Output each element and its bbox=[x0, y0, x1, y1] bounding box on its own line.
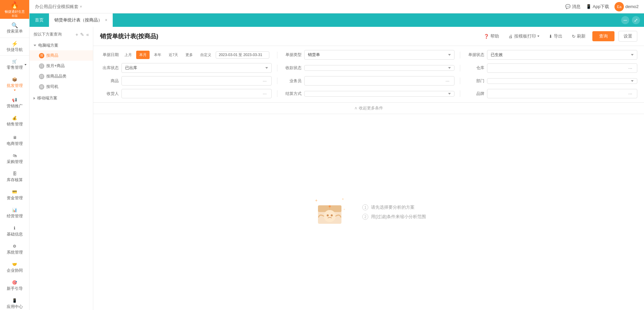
query-button[interactable]: 查询 bbox=[592, 31, 614, 41]
sidebar-item-retail[interactable]: 🛒 零售管理 bbox=[0, 56, 29, 74]
sidebar-item-basic-label: 基础信息 bbox=[7, 231, 23, 237]
user-name: demo2 bbox=[625, 4, 639, 9]
tree-item-goods-category[interactable]: 归 按商品品类 bbox=[30, 71, 93, 82]
receiver-dots[interactable]: ··· bbox=[261, 91, 268, 96]
sidebar-item-ecommerce-label: 电商管理 bbox=[7, 141, 23, 147]
sidebar-item-wholesale[interactable]: 📦 批发管理 bbox=[0, 74, 29, 94]
sidebar-item-basic[interactable]: ℹ 基础信息 bbox=[0, 222, 29, 241]
sidebar-item-operations[interactable]: 📊 经营管理 bbox=[0, 204, 29, 222]
tab-home-label: 首页 bbox=[35, 17, 44, 23]
collapse-bar[interactable]: ∧ 收起更多条件 bbox=[93, 103, 644, 114]
tab-close-icon[interactable]: × bbox=[105, 18, 107, 22]
wholesale-icon: 📦 bbox=[12, 77, 17, 82]
date-range-input[interactable] bbox=[216, 51, 269, 59]
driver-icon-text: 按 bbox=[40, 85, 43, 89]
sidebar-item-finance[interactable]: 💳 资金管理 bbox=[0, 186, 29, 204]
sidebar-search[interactable]: 🔍 搜索菜单 bbox=[0, 19, 29, 38]
ecommerce-icon: 🖥 bbox=[13, 135, 17, 140]
docstatus-label: 单据状态 bbox=[466, 52, 484, 58]
tree-item-driver[interactable]: 按 按司机 bbox=[30, 82, 93, 92]
tab-sales-stat[interactable]: 销货单统计表（按商品） × bbox=[49, 13, 113, 27]
divider-8 bbox=[460, 90, 460, 97]
salesperson-label: 业务员 bbox=[283, 78, 302, 84]
user-avatar-btn[interactable]: Ea demo2 bbox=[614, 2, 639, 11]
page-actions: ❓ 帮助 🖨 按模板打印 ⬇ 导出 ↻ bbox=[481, 31, 637, 42]
template-print-btn[interactable]: 🖨 按模板打印 bbox=[506, 32, 542, 41]
download-btn[interactable]: 📱 App下载 bbox=[586, 4, 609, 10]
sidebar-item-appcenter[interactable]: 📱 应用中心 bbox=[0, 295, 29, 310]
message-btn[interactable]: 💬 消息 bbox=[565, 4, 581, 10]
sidebar-quick-nav[interactable]: ⚡ 快捷导航 bbox=[0, 38, 29, 56]
svg-point-3 bbox=[327, 214, 329, 216]
help-label: 帮助 bbox=[490, 33, 499, 39]
sidebar-item-purchase[interactable]: 🛍 采购管理 bbox=[0, 150, 29, 168]
filter-receiver-field: 收货人 ··· bbox=[100, 89, 272, 98]
sidebar-item-ecommerce[interactable]: 🖥 电商管理 bbox=[0, 132, 29, 150]
filter-row-4: 收货人 ··· 结算方式 bbox=[100, 89, 637, 98]
filter-area: 单据日期 上月 本月 本年 近7天 更多 自定义 单据类型 bbox=[93, 46, 644, 103]
page-header: 销货单统计表(按商品) ❓ 帮助 🖨 按模板打印 ⬇ bbox=[93, 27, 644, 46]
retail-icon: 🛒 bbox=[12, 59, 17, 64]
receiver-select[interactable]: ··· bbox=[121, 89, 272, 98]
logo-text: 畅捷通好生意 bbox=[5, 10, 25, 14]
refresh-icon: ↻ bbox=[572, 34, 576, 39]
sidebar-item-system[interactable]: ⚙ 系统管理 bbox=[0, 241, 29, 259]
collapse-panel-btn[interactable]: « bbox=[86, 32, 89, 37]
goods-dots[interactable]: ··· bbox=[261, 78, 268, 84]
settlement-arrow bbox=[448, 93, 451, 95]
goods-category-icon-text: 归 bbox=[40, 74, 43, 79]
help-btn[interactable]: ❓ 帮助 bbox=[481, 32, 502, 41]
sidebar-item-sales-label: 销售管理 bbox=[7, 121, 23, 127]
filter-warehouse-field: 出库状态 已出库 bbox=[100, 63, 272, 73]
filter-brand-field: 品牌 ··· bbox=[466, 89, 637, 98]
filter-dept-field: 部门 bbox=[466, 78, 637, 84]
edit-scheme-btn[interactable]: ✎ bbox=[80, 32, 84, 37]
payment-select[interactable] bbox=[304, 65, 454, 71]
tip-text-2: 用[过滤]条件来缩小分析范围 bbox=[371, 214, 426, 220]
tree-item-by-goods[interactable]: 按 按商品 bbox=[30, 50, 93, 61]
date-btn-last-month[interactable]: 上月 bbox=[121, 51, 135, 59]
sidebar-item-inventory[interactable]: 🗄 库存核算 bbox=[0, 168, 29, 186]
refresh-btn[interactable]: ↻ 刷新 bbox=[569, 32, 588, 41]
settlement-select[interactable] bbox=[304, 91, 454, 97]
add-scheme-btn[interactable]: + bbox=[75, 32, 78, 37]
svg-text:✦: ✦ bbox=[343, 208, 345, 211]
brand-select[interactable]: ··· bbox=[487, 89, 637, 98]
docstatus-select[interactable]: 已生效 bbox=[487, 50, 637, 60]
date-btn-custom[interactable]: 自定义 bbox=[197, 51, 214, 59]
settings-button[interactable]: 设置 bbox=[619, 31, 637, 42]
tab-maximize-btn[interactable]: ⤢ bbox=[632, 16, 640, 24]
storage-select[interactable]: ··· bbox=[487, 63, 637, 73]
tab-home[interactable]: 首页 bbox=[30, 13, 49, 27]
tab-minimize-btn[interactable]: ─ bbox=[621, 16, 629, 24]
tabbar: 首页 销货单统计表（按商品） × ─ ⤢ bbox=[30, 13, 644, 27]
tree-item-month-goods[interactable]: 日 按月+商品 bbox=[30, 61, 93, 71]
date-btn-this-month[interactable]: 本月 bbox=[136, 51, 150, 59]
date-btn-more[interactable]: 更多 bbox=[182, 51, 196, 59]
sidebar-item-sales[interactable]: 💰 销售管理 bbox=[0, 112, 29, 131]
month-goods-icon-text: 日 bbox=[40, 64, 43, 68]
tree-group-computer-header[interactable]: 电脑端方案 bbox=[30, 41, 93, 50]
sidebar-item-marketing[interactable]: 📢 营销推广 bbox=[0, 94, 29, 112]
filter-goods-field: 商品 ··· bbox=[100, 76, 272, 86]
settlement-label: 结算方式 bbox=[283, 91, 302, 97]
goods-select[interactable]: ··· bbox=[121, 76, 272, 86]
tree-group-mobile-arrow bbox=[34, 97, 35, 100]
divider-2 bbox=[460, 52, 460, 58]
export-btn[interactable]: ⬇ 导出 bbox=[546, 32, 565, 41]
salesperson-select[interactable]: ··· bbox=[304, 76, 454, 86]
warehouse-select[interactable]: 已出库 bbox=[121, 63, 272, 73]
sidebar-item-enterprise[interactable]: 🤝 企业协同 bbox=[0, 259, 29, 277]
sidebar-item-newuser[interactable]: 🎯 新手引导 bbox=[0, 277, 29, 295]
doctype-value: 销货单 bbox=[308, 52, 320, 58]
tip-num-1: 1 bbox=[362, 204, 368, 210]
dept-select[interactable] bbox=[487, 78, 637, 84]
tree-group-mobile-header[interactable]: 移动端方案 bbox=[30, 93, 93, 103]
storage-dots[interactable]: ··· bbox=[627, 65, 634, 71]
filter-payment-field: 收款状态 bbox=[283, 65, 454, 71]
salesperson-dots[interactable]: ··· bbox=[444, 78, 451, 84]
date-btn-7days[interactable]: 近7天 bbox=[166, 51, 181, 59]
doctype-select[interactable]: 销货单 bbox=[304, 50, 454, 60]
brand-dots[interactable]: ··· bbox=[627, 91, 634, 96]
date-btn-this-year[interactable]: 本年 bbox=[151, 51, 164, 59]
